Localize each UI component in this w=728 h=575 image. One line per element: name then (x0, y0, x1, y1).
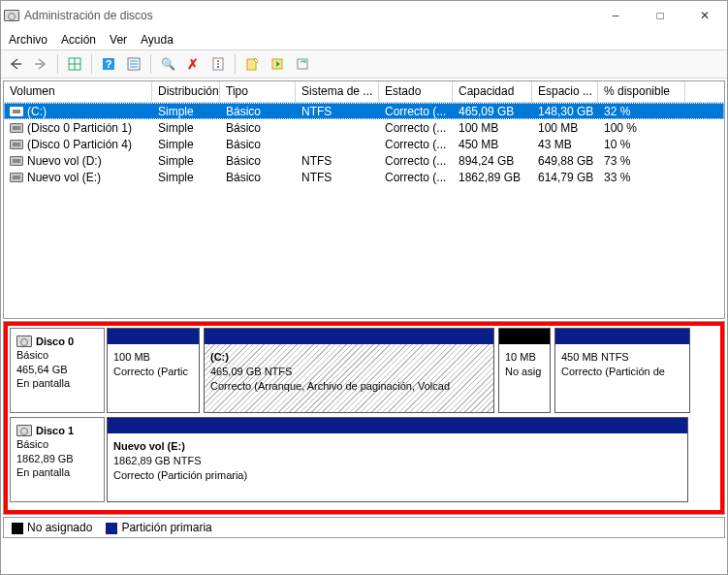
forward-icon[interactable] (30, 53, 51, 75)
column-headers: Volumen Distribución Tipo Sistema de ...… (4, 81, 724, 103)
minimize-button[interactable]: – (593, 1, 638, 30)
partition-color-bar (205, 329, 493, 344)
disk-status: En pantalla (16, 465, 98, 479)
cell-cap: 465,09 GB (453, 105, 532, 118)
volume-icon (10, 156, 23, 166)
cell-type: Básico (220, 105, 296, 118)
partition-status: Correcto (Arranque, Archivo de paginació… (210, 379, 488, 394)
cell-cap: 1862,89 GB (453, 171, 532, 184)
col-volumen[interactable]: Volumen (4, 81, 152, 102)
partition-size: 1862,89 GB NTFS (113, 454, 681, 468)
cell-dist: Simple (152, 138, 220, 151)
partition-status: No asig (505, 365, 544, 379)
col-espacio[interactable]: Espacio ... (532, 81, 598, 102)
partition[interactable]: Nuevo vol (E:)1862,89 GB NTFSCorrecto (P… (107, 417, 688, 502)
volume-row[interactable]: Nuevo vol (D:)SimpleBásicoNTFSCorrecto (… (4, 152, 724, 169)
grid-icon[interactable] (64, 53, 85, 75)
cell-name: (C:) (4, 105, 152, 118)
cell-cap: 100 MB (453, 121, 532, 135)
cell-fs: NTFS (296, 171, 379, 184)
partition-color-bar (108, 418, 687, 433)
volume-icon (10, 140, 23, 149)
partition[interactable]: 10 MBNo asig (498, 328, 551, 413)
cell-state: Correcto (... (379, 171, 453, 184)
partition-size: 10 MB (505, 350, 544, 365)
partition[interactable]: (C:)465,09 GB NTFSCorrecto (Arranque, Ar… (204, 328, 494, 413)
cell-pct: 10 % (598, 138, 685, 151)
cell-type: Básico (220, 154, 296, 168)
partition[interactable]: 100 MBCorrecto (Partic (107, 328, 200, 413)
disk-row: Disco 1Básico1862,89 GBEn pantallaNuevo … (8, 415, 720, 504)
properties-icon[interactable] (207, 53, 229, 75)
menu-ayuda[interactable]: Ayuda (141, 33, 174, 47)
col-distribucion[interactable]: Distribución (152, 81, 220, 102)
col-sistema[interactable]: Sistema de ... (296, 81, 379, 102)
window-title: Administración de discos (22, 9, 593, 22)
cell-dist: Simple (152, 105, 220, 118)
disk-type: Básico (16, 348, 98, 362)
col-estado[interactable]: Estado (379, 81, 453, 102)
disk-info[interactable]: Disco 1Básico1862,89 GBEn pantalla (10, 417, 105, 502)
cell-fs: NTFS (296, 105, 379, 118)
disk-info[interactable]: Disco 0Básico465,64 GBEn pantalla (10, 328, 105, 413)
partition-status: Correcto (Partic (113, 365, 193, 379)
cell-dist: Simple (152, 121, 220, 135)
help-icon[interactable]: ? (98, 53, 119, 75)
svg-point-10 (217, 60, 219, 62)
menubar: Archivo Acción Ver Ayuda (1, 30, 727, 49)
partition-size: 450 MB NTFS (561, 350, 683, 365)
disk-status: En pantalla (16, 376, 98, 390)
hdd-icon (16, 425, 32, 436)
col-capacidad[interactable]: Capacidad (453, 81, 532, 102)
partition-label: Nuevo vol (E:) (113, 439, 681, 454)
disk-row: Disco 0Básico465,64 GBEn pantalla100 MBC… (8, 326, 720, 415)
cell-free: 43 MB (532, 138, 598, 151)
partition[interactable]: 450 MB NTFSCorrecto (Partición de (554, 328, 690, 413)
volume-row[interactable]: (C:)SimpleBásicoNTFSCorrecto (...465,09 … (4, 103, 724, 119)
action-icon[interactable] (267, 53, 288, 75)
cell-fs: NTFS (296, 154, 379, 168)
svg-point-11 (217, 63, 219, 65)
close-button[interactable]: ✕ (682, 1, 727, 30)
cell-pct: 32 % (598, 105, 685, 118)
disk-type: Básico (16, 437, 98, 451)
disk-map-pane[interactable]: Disco 0Básico465,64 GBEn pantalla100 MBC… (3, 321, 725, 515)
partition-status: Correcto (Partición de (561, 365, 683, 379)
partition-body: (C:)465,09 GB NTFSCorrecto (Arranque, Ar… (205, 344, 493, 412)
list-icon[interactable] (123, 53, 144, 75)
legend-primary: Partición primaria (106, 521, 211, 534)
disk-name: Disco 0 (36, 335, 74, 348)
partition-body: 10 MBNo asig (499, 344, 550, 412)
menu-ver[interactable]: Ver (110, 33, 127, 47)
cell-free: 649,88 GB (532, 154, 598, 168)
cell-cap: 894,24 GB (453, 154, 532, 168)
menu-accion[interactable]: Acción (61, 33, 96, 47)
cell-state: Correcto (... (379, 154, 453, 168)
cell-free: 148,30 GB (532, 105, 598, 118)
volume-row[interactable]: (Disco 0 Partición 1)SimpleBásicoCorrect… (4, 119, 724, 136)
back-icon[interactable] (5, 53, 26, 75)
cell-name: Nuevo vol (D:) (4, 154, 152, 168)
volume-icon (10, 173, 23, 182)
disk-size: 465,64 GB (16, 363, 98, 376)
svg-point-12 (217, 66, 219, 68)
cell-name: (Disco 0 Partición 1) (4, 121, 152, 135)
volume-icon (10, 107, 23, 116)
volume-icon (10, 123, 23, 133)
volume-row[interactable]: Nuevo vol (E:)SimpleBásicoNTFSCorrecto (… (4, 169, 724, 185)
delete-icon[interactable]: ✗ (182, 53, 204, 75)
new-icon[interactable] (241, 53, 263, 75)
maximize-button[interactable]: □ (638, 1, 682, 30)
cell-pct: 33 % (598, 171, 685, 184)
partition-color-bar (108, 329, 199, 344)
cell-type: Básico (220, 121, 296, 135)
menu-archivo[interactable]: Archivo (9, 33, 47, 47)
volume-row[interactable]: (Disco 0 Partición 4)SimpleBásicoCorrect… (4, 136, 724, 152)
search-icon[interactable]: 🔍 (157, 53, 178, 75)
volume-list[interactable]: Volumen Distribución Tipo Sistema de ...… (3, 80, 725, 319)
col-tipo[interactable]: Tipo (220, 81, 296, 102)
cell-free: 614,79 GB (532, 171, 598, 184)
refresh-icon[interactable] (292, 53, 313, 75)
col-disponible[interactable]: % disponible (598, 81, 685, 102)
disk-name: Disco 1 (36, 424, 74, 437)
